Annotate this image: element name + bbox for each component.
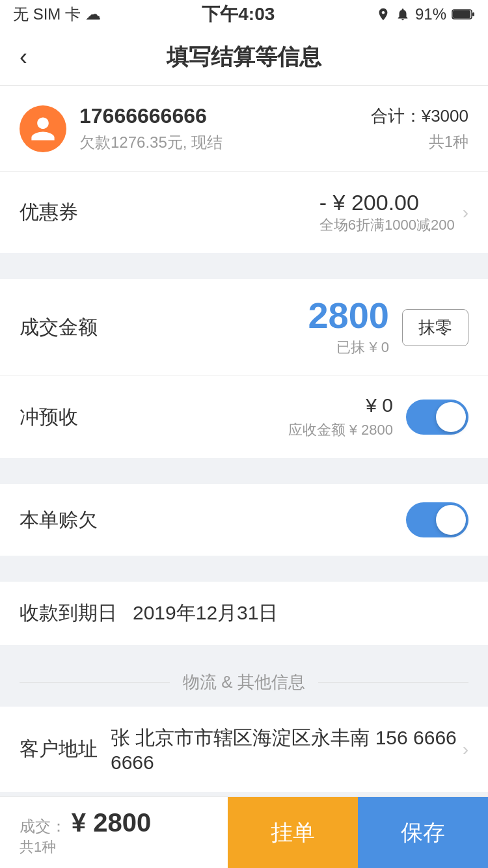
coupon-discount: - ¥ 200.00 [319, 190, 455, 215]
status-time: 下午4:03 [202, 2, 275, 27]
debit-card: 本单赊欠 [0, 484, 488, 556]
duedate-value: 2019年12月31日 [133, 600, 278, 627]
customer-left: 17666666666 欠款1276.35元, 现结 [20, 104, 223, 153]
page-title: 填写结算等信息 [167, 42, 321, 72]
customer-row: 17666666666 欠款1276.35元, 现结 合计：¥3000 共1种 [0, 86, 488, 171]
deal-label: 成交金额 [20, 314, 98, 341]
debit-toggle-knob [436, 505, 466, 535]
status-right: 91% [376, 5, 475, 23]
separator-3 [0, 569, 488, 582]
battery-level: 91% [415, 5, 446, 23]
battery-icon [452, 8, 475, 21]
alarm-icon [396, 7, 410, 21]
total-label: 合计：¥3000 [371, 105, 468, 128]
divider-text: 物流 & 其他信息 [183, 671, 305, 694]
coupon-detail: 全场6折满1000减200 [319, 215, 455, 235]
toggle-knob [436, 402, 466, 432]
debit-toggle[interactable] [406, 502, 468, 537]
back-button[interactable]: ‹ [20, 44, 27, 71]
address-row[interactable]: 客户地址 张 北京市市辖区海淀区永丰南 156 6666 6666 › [0, 707, 488, 792]
precollect-amount: ¥ 0 [288, 394, 393, 416]
divider-line-right [318, 682, 468, 683]
section-divider: 物流 & 其他信息 [0, 658, 488, 707]
status-left: 无 SIM 卡 ☁ [13, 4, 101, 25]
nav-bar: ‹ 填写结算等信息 [0, 29, 488, 86]
duedate-card: 收款到期日 2019年12月31日 [0, 582, 488, 645]
coupon-row[interactable]: 优惠券 - ¥ 200.00 全场6折满1000减200 › [0, 171, 488, 253]
address-chevron-icon: › [463, 739, 468, 760]
precollect-label: 冲预收 [20, 404, 78, 431]
precollect-amount-wrap: ¥ 0 应收金额 ¥ 2800 [288, 394, 393, 440]
divider-line-left [20, 682, 170, 683]
svg-rect-2 [472, 12, 474, 16]
coupon-right: - ¥ 200.00 全场6折满1000减200 › [319, 190, 468, 235]
deal-section: 成交金额 2800 已抹 ¥ 0 抹零 冲预收 ¥ 0 应收金额 ¥ 2800 [0, 279, 488, 458]
address-label: 客户地址 [20, 736, 111, 763]
deal-row: 成交金额 2800 已抹 ¥ 0 抹零 [0, 279, 488, 376]
precollect-row: 冲预收 ¥ 0 应收金额 ¥ 2800 [0, 376, 488, 458]
customer-phone: 17666666666 [79, 104, 223, 128]
deal-amount: 2800 [308, 297, 389, 334]
bottom-footer: 成交： ¥ 2800 共1种 挂单 保存 [0, 796, 488, 868]
footer-count: 共1种 [20, 837, 208, 857]
footer-deal-amount: ¥ 2800 [72, 808, 151, 837]
svg-rect-1 [453, 10, 470, 18]
footer-deal-info: 成交： ¥ 2800 共1种 [0, 808, 228, 857]
address-value: 张 北京市市辖区海淀区永丰南 156 6666 6666 [111, 725, 463, 774]
address-card: 客户地址 张 北京市市辖区海淀区永丰南 156 6666 6666 › [0, 707, 488, 792]
deal-erased: 已抹 ¥ 0 [308, 338, 389, 357]
debit-row: 本单赊欠 [0, 484, 488, 556]
footer-deal-label: 成交： [20, 817, 66, 835]
duedate-row: 收款到期日 2019年12月31日 [0, 582, 488, 645]
sim-status: 无 SIM 卡 ☁ [13, 4, 101, 25]
customer-info: 17666666666 欠款1276.35元, 现结 [79, 104, 223, 153]
customer-right: 合计：¥3000 共1种 [371, 105, 468, 152]
deal-right: 2800 已抹 ¥ 0 抹零 [308, 297, 468, 357]
round-button[interactable]: 抹零 [402, 309, 468, 346]
customer-note: 欠款1276.35元, 现结 [79, 132, 223, 153]
coupon-chevron-icon: › [463, 202, 468, 223]
pending-button[interactable]: 挂单 [228, 797, 358, 868]
footer-buttons: 挂单 保存 [228, 797, 488, 868]
save-button[interactable]: 保存 [358, 797, 488, 868]
deal-amount-wrap: 2800 已抹 ¥ 0 [308, 297, 389, 357]
separator-2 [0, 471, 488, 484]
status-bar: 无 SIM 卡 ☁ 下午4:03 91% [0, 0, 488, 29]
separator-1 [0, 266, 488, 279]
debit-label: 本单赊欠 [20, 507, 98, 534]
location-icon [376, 7, 390, 21]
user-icon [29, 115, 57, 143]
precollect-receivable: 应收金额 ¥ 2800 [288, 420, 393, 440]
avatar [20, 105, 66, 152]
precollect-right: ¥ 0 应收金额 ¥ 2800 [288, 394, 468, 440]
content: 17666666666 欠款1276.35元, 现结 合计：¥3000 共1种 … [0, 86, 488, 868]
duedate-label: 收款到期日 [20, 600, 117, 627]
customer-card: 17666666666 欠款1276.35元, 现结 合计：¥3000 共1种 … [0, 86, 488, 253]
total-count: 共1种 [371, 131, 468, 152]
precollect-toggle[interactable] [406, 400, 468, 435]
coupon-label: 优惠券 [20, 199, 78, 226]
